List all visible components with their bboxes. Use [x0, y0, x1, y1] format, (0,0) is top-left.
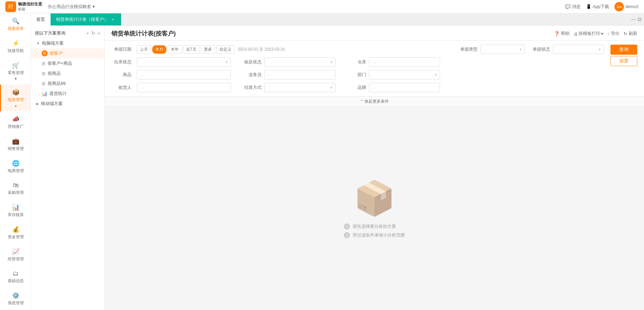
settlement-label: 结算方式: [241, 85, 262, 91]
bill-status-select[interactable]: ▾: [553, 45, 604, 54]
breadcrumb-dropdown[interactable]: 办公用品行业模拟账套 ▾: [45, 2, 98, 11]
sidebar-item-basic[interactable]: 🗂 基础信息: [0, 266, 31, 288]
date-btn-last-month[interactable]: 上月: [137, 45, 151, 54]
sidebar-quick-nav[interactable]: ⚡ 快捷导航: [0, 36, 31, 58]
sidebar-item-wholesale[interactable]: 📦 批发管理 ▲: [0, 85, 31, 111]
collapse-panel-icon[interactable]: «: [98, 30, 100, 36]
tip-2-text: 用过滤条件来缩小分析范围: [353, 232, 405, 238]
user-profile[interactable]: Ea demo2: [614, 2, 639, 11]
logo-icon: 好: [5, 1, 16, 12]
date-picker-group: 上月 本月 本年 近7天 更多 自定义 2023-03-01 至 2023-03…: [137, 45, 285, 54]
export-icon: ↑: [607, 31, 610, 36]
date-btn-this-year[interactable]: 本年: [168, 45, 182, 54]
filter-row-3: 商品 ··· 业务员 ···: [111, 70, 604, 80]
bill-type-select[interactable]: ▾: [480, 45, 525, 54]
sidebar-item-system[interactable]: ⚙️ 系统管理: [0, 288, 31, 310]
tree-item-by-goods[interactable]: ⊞ 按商品: [31, 68, 104, 79]
content-area: 首页 销货单统计计表（按客户） × — ⧉ 按以下方案查询 + ↻ «: [31, 13, 644, 310]
sidebar-item-marketing[interactable]: 📣 营销推广: [0, 111, 31, 134]
app-download-action[interactable]: 📱 App下载: [586, 4, 609, 10]
sidebar-item-inventory[interactable]: 📊 库存核算: [0, 200, 31, 222]
sidebar-search[interactable]: 🔍 搜索菜单: [0, 13, 31, 36]
message-action[interactable]: 💬 消息: [565, 4, 581, 10]
sidebar: 🔍 搜索菜单 ⚡ 快捷导航 🛒 零售管理 ▼ 📦 批发管理 ▲ 📣 营销推广 💼…: [0, 13, 31, 310]
date-control: 上月 本月 本年 近7天 更多 自定义 2023-03-01 至 2023-03…: [137, 45, 452, 54]
bill-type-label: 单据类型: [458, 46, 478, 52]
topbar-left: 好 畅捷信好生意 标版 办公用品行业模拟账套 ▾: [5, 1, 98, 12]
tree-item-refund-stat[interactable]: 📊 退货统计: [31, 89, 104, 99]
tree-desktop-group[interactable]: ▼ 电脑端方案: [31, 38, 104, 48]
sidebar-item-finance[interactable]: 💰 资金管理: [0, 222, 31, 244]
quicknav-icon: ⚡: [12, 40, 19, 47]
refresh-icon: ↻: [624, 31, 627, 36]
sidebar-item-ecommerce[interactable]: 🌐 电商管理: [0, 156, 31, 178]
ecommerce-icon: 🌐: [12, 160, 19, 167]
dept-select[interactable]: ▾: [369, 70, 440, 80]
settlement-chevron: ▾: [330, 86, 332, 90]
filter-row-4: 收货人 ··· 结算方式 ▾: [111, 83, 604, 92]
tree-item-by-customer[interactable]: 按 按客户: [31, 48, 104, 58]
sidebar-item-purchase[interactable]: 🛍 采购管理: [0, 178, 31, 200]
right-panel: 销货单统计计表(按客户) ❓ 帮助 🖨 按模板打印 ▾ ↑: [105, 25, 644, 310]
print-button[interactable]: 🖨 按模板打印 ▾: [574, 31, 603, 37]
window-minimize-icon[interactable]: —: [631, 16, 636, 22]
by-goods-icon: ⊞: [42, 71, 46, 76]
out-status-chevron: ▾: [226, 60, 228, 64]
help-button[interactable]: ❓ 帮助: [554, 31, 570, 37]
out-status-select[interactable]: ▾: [137, 57, 231, 67]
brand-label: 品牌: [346, 85, 366, 91]
marketing-icon: 📣: [12, 115, 19, 123]
empty-tip-1: 1 请先选择要分析的方案: [344, 223, 405, 229]
export-button[interactable]: ↑ 导出: [607, 31, 620, 37]
window-restore-icon[interactable]: ⧉: [638, 16, 641, 22]
logo-area: 好 畅捷信好生意 标版: [5, 1, 42, 12]
add-scheme-icon[interactable]: +: [86, 30, 89, 36]
refresh-scheme-icon[interactable]: ↻: [91, 30, 96, 36]
settings-button[interactable]: 设置: [610, 56, 637, 66]
tab-sales-stat-label: 销货单统计计表（按客户）: [56, 16, 108, 22]
date-btn-more[interactable]: 更多: [201, 45, 215, 54]
sidebar-item-operation[interactable]: 📈 经营管理: [0, 244, 31, 266]
date-label: 单据日期: [111, 46, 131, 52]
scheme-panel-title: 按以下方案查询: [35, 30, 65, 36]
warehouse-select[interactable]: ···: [369, 57, 440, 67]
system-icon: ⚙️: [12, 292, 19, 299]
filter-row-2: 出库状态 ▾ 收款状态 ▾: [111, 57, 604, 67]
warehouse-label: 仓库: [346, 59, 366, 65]
date-btn-7days[interactable]: 近7天: [183, 45, 200, 54]
mobile-group-label: 移动端方案: [41, 101, 63, 107]
receipt-status-chevron: ▾: [330, 60, 332, 64]
dept-label: 部门: [346, 72, 366, 78]
breadcrumb-text: 办公用品行业模拟账套: [48, 4, 91, 10]
collapse-icon: ⌃: [360, 99, 363, 104]
by-customer-goods-icon: ⊞: [42, 61, 46, 66]
tree-item-by-goods99[interactable]: ⊞ 按商品99: [31, 79, 104, 89]
tab-sales-stat[interactable]: 销货单统计计表（按客户） ×: [51, 13, 121, 25]
retail-icon: 🛒: [12, 62, 19, 69]
tab-close-button[interactable]: ×: [110, 17, 116, 22]
receipt-status-select[interactable]: ▾: [264, 57, 335, 67]
logo-text: 畅捷信好生意 标版: [18, 2, 42, 12]
by-customer-label: 按客户: [50, 50, 63, 56]
tab-home[interactable]: 首页: [31, 13, 51, 25]
date-btn-custom[interactable]: 自定义: [216, 45, 234, 54]
brand-select[interactable]: ···: [369, 83, 440, 92]
retail-expand-icon: ▼: [14, 77, 17, 81]
basic-icon: 🗂: [13, 270, 19, 277]
settlement-select[interactable]: ▾: [264, 83, 335, 92]
tab-bar: 首页 销货单统计计表（按客户） × — ⧉: [31, 13, 644, 25]
tree-mobile-group[interactable]: ▶ 移动端方案: [31, 99, 104, 109]
wholesale-expand-icon: ▲: [14, 104, 17, 107]
app-icon: 📱: [586, 4, 591, 9]
sidebar-item-retail[interactable]: 🛒 零售管理 ▼: [0, 58, 31, 85]
query-button[interactable]: 查询: [610, 45, 637, 55]
date-btn-this-month[interactable]: 本月: [152, 45, 166, 54]
tree-item-by-customer-goods[interactable]: ⊞ 按客户+商品: [31, 58, 104, 68]
page-title: 销货单统计计表(按客户): [111, 30, 176, 38]
goods-select[interactable]: ···: [137, 70, 231, 80]
receiver-select[interactable]: ···: [137, 83, 231, 92]
refresh-button[interactable]: ↻ 刷新: [624, 31, 637, 37]
salesperson-select[interactable]: ···: [264, 70, 335, 80]
sidebar-item-sales[interactable]: 💼 销售管理: [0, 134, 31, 156]
collapse-bar[interactable]: ⌃ 收起更多条件: [105, 97, 644, 107]
